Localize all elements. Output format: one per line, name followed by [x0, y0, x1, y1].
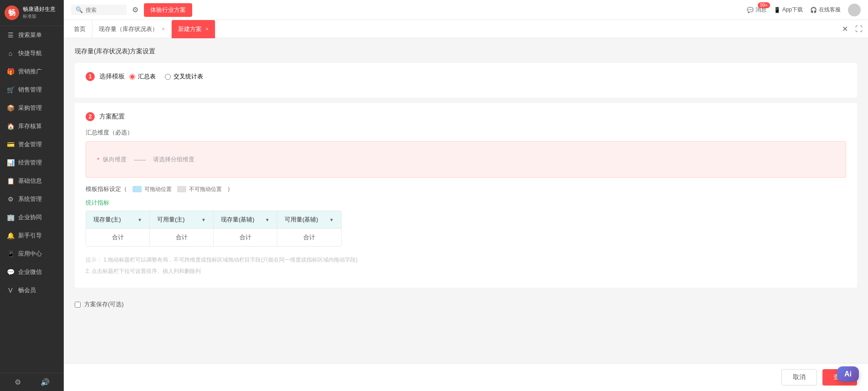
summary-dim-label: 汇总维度（必选） — [86, 129, 846, 137]
expand-tab-button[interactable]: ⛶ — [853, 23, 864, 35]
tip1: 提示： 1.拖动标题栏可以调整布局，不可跨维度或指标区域拖动栏目字段(只能在同一… — [86, 256, 846, 264]
sidebar-item-basic-info[interactable]: 📋 基础信息 — [0, 172, 64, 190]
sales-mgmt-label: 销售管理 — [18, 86, 42, 94]
basic-info-label: 基础信息 — [18, 177, 42, 185]
stats-table-body: 合计合计合计合计 — [86, 228, 341, 246]
header-right: 💬 消息 99+ 📱 App下载 🎧 在线客服 — [747, 4, 861, 16]
new-guide-label: 新手引导 — [18, 232, 42, 240]
radio-crosstab[interactable]: 交叉统计表 — [165, 72, 203, 81]
operations-icon: 📊 — [6, 159, 15, 167]
system-mgmt-icon: ⚙ — [6, 195, 15, 203]
table-row: 合计合计合计合计 — [86, 228, 341, 246]
step1-badge: 1 — [86, 72, 95, 81]
header-col-1[interactable]: 可用量(主)▼ — [150, 211, 214, 228]
stats-table-header: 现存量(主)▼可用量(主)▼现存量(基辅)▼可用量(基辅)▼ — [86, 211, 341, 228]
step2-section: 2 方案配置 汇总维度（必选） * 纵向维度 —— 请选择分组维度 模板指标设定… — [75, 103, 857, 288]
header-col-3[interactable]: 可用量(基辅)▼ — [277, 211, 341, 228]
radio-summary[interactable]: 汇总表 — [129, 72, 156, 81]
save-checkbox[interactable] — [75, 302, 81, 308]
tip-label: 提示： — [86, 257, 102, 263]
sidebar-item-purchase-mgmt[interactable]: 📦 采购管理 — [0, 99, 64, 117]
legend-not-draggable: 不可拖动位置 — [177, 185, 222, 193]
logo-text-block: 畅康通好生意 标准版 — [23, 6, 56, 20]
tabs-bar: 首页 现存量（库存状况表） × 新建方案 × ✕ ⛶ — [64, 20, 868, 38]
app-download-icon: 📱 — [774, 7, 781, 13]
sidebar-item-member[interactable]: V 畅会员 — [0, 281, 64, 299]
ai-float-button[interactable]: Ai — [837, 366, 859, 382]
sidebar-item-sales-mgmt[interactable]: 🛒 销售管理 — [0, 81, 64, 99]
sidebar-item-finance[interactable]: 💳 资金管理 — [0, 135, 64, 154]
tip1-text: 1.拖动标题栏可以调整布局，不可跨维度或指标区域拖动栏目字段(只能在同一维度或指… — [103, 257, 357, 263]
sidebar-item-new-guide[interactable]: 🔔 新手引导 — [0, 226, 64, 245]
step2-header: 2 方案配置 — [86, 112, 846, 121]
inventory-label: 库存核算 — [18, 122, 42, 130]
sidebar-nav: ☰ 搜索菜单 ⌂ 快捷导航 🎁 营销推广 🛒 销售管理 📦 采购管理 🏠 库存核… — [0, 26, 64, 373]
sidebar-item-system-mgmt[interactable]: ⚙ 系统管理 — [0, 190, 64, 208]
wechat-icon: 💬 — [6, 268, 15, 276]
close-tab-button[interactable]: ✕ — [840, 23, 850, 35]
sidebar-item-quick-nav[interactable]: ⌂ 快捷导航 — [0, 44, 64, 62]
sidebar-bottom: ⚙ 🔊 — [0, 373, 64, 391]
search-input[interactable] — [86, 7, 122, 13]
radio-crosstab-input[interactable] — [165, 74, 171, 80]
finance-label: 资金管理 — [18, 140, 42, 149]
cancel-button[interactable]: 取消 — [781, 369, 817, 386]
header-col-0[interactable]: 现存量(主)▼ — [86, 211, 150, 228]
sidebar-item-search-menu[interactable]: ☰ 搜索菜单 — [0, 26, 64, 44]
header-col-2[interactable]: 现存量(基辅)▼ — [214, 211, 277, 228]
template-radio-group: 汇总表 交叉统计表 — [129, 72, 203, 81]
indicator-label-text: 模板指标设定（ — [86, 185, 127, 193]
step2-title: 方案配置 — [99, 113, 125, 121]
online-service-item[interactable]: 🎧 在线客服 — [810, 6, 841, 14]
tab-inventory-close[interactable]: × — [162, 26, 165, 32]
settings-bottom-icon[interactable]: ⚙ — [15, 378, 21, 386]
header-settings-icon[interactable]: ⚙ — [132, 5, 138, 14]
body-cell-0: 合计 — [86, 229, 150, 246]
radio-summary-input[interactable] — [129, 74, 135, 80]
messages-item[interactable]: 💬 消息 99+ — [747, 6, 766, 14]
headset-icon: 🎧 — [810, 7, 817, 13]
sidebar-item-wechat[interactable]: 💬 企业微信 — [0, 263, 64, 281]
basic-info-icon: 📋 — [6, 177, 15, 185]
tip2: 2. 点击标题栏下拉可设置排序、插入列和删除列 — [86, 267, 846, 276]
stats-table: 现存量(主)▼可用量(主)▼现存量(基辅)▼可用量(基辅)▼ 合计合计合计合计 — [86, 211, 342, 247]
tab-new-plan[interactable]: 新建方案 × — [172, 20, 215, 38]
tab-home[interactable]: 首页 — [67, 20, 92, 38]
col-label-2: 现存量(基辅) — [221, 216, 255, 224]
sidebar-item-enterprise[interactable]: 🏢 企业协同 — [0, 208, 64, 226]
sidebar-item-app-center[interactable]: 📱 应用中心 — [0, 245, 64, 263]
finance-icon: 💳 — [6, 140, 15, 149]
dim-dash: —— — [134, 156, 146, 163]
tab-new-plan-close[interactable]: × — [205, 26, 209, 32]
body-cell-1: 合计 — [150, 229, 214, 246]
save-option-label: 方案保存(可选) — [84, 300, 124, 309]
quick-nav-label: 快捷导航 — [18, 49, 42, 57]
indicator-label: 模板指标设定（ 可拖动位置 不可拖动位置 ） — [86, 185, 846, 193]
sidebar-item-inventory[interactable]: 🏠 库存核算 — [0, 117, 64, 135]
dimension-area[interactable]: * 纵向维度 —— 请选择分组维度 — [86, 141, 846, 178]
step1-section: 1 选择模板 汇总表 交叉统计表 — [75, 63, 857, 98]
col-label-1: 可用量(主) — [157, 216, 185, 224]
enterprise-icon: 🏢 — [6, 213, 15, 221]
tab-inventory-label: 现存量（库存状况表） — [99, 25, 158, 33]
search-icon: 🔍 — [76, 6, 83, 13]
tab-inventory-status[interactable]: 现存量（库存状况表） × — [92, 20, 172, 38]
logo-icon: 畅 — [5, 5, 19, 20]
user-avatar[interactable] — [848, 4, 861, 16]
enterprise-label: 企业协同 — [18, 213, 42, 221]
sound-bottom-icon[interactable]: 🔊 — [41, 378, 50, 386]
top-header: 🔍 ⚙ 体验行业方案 💬 消息 99+ 📱 App下载 🎧 在线客服 — [64, 0, 868, 20]
app-download-item[interactable]: 📱 App下载 — [774, 6, 803, 14]
header-left: 🔍 ⚙ 体验行业方案 — [71, 3, 192, 17]
indicator-settings: 模板指标设定（ 可拖动位置 不可拖动位置 ） 统计指标 现存量(主)▼可用量( — [86, 185, 846, 276]
trial-button[interactable]: 体验行业方案 — [144, 3, 192, 17]
sidebar-item-marketing[interactable]: 🎁 营销推广 — [0, 62, 64, 81]
tips-section: 提示： 1.拖动标题栏可以调整布局，不可跨维度或指标区域拖动栏目字段(只能在同一… — [86, 256, 846, 276]
legend-draggable-label: 可拖动位置 — [144, 185, 172, 193]
search-box[interactable]: 🔍 — [71, 5, 127, 15]
indicator-close: ） — [227, 185, 233, 193]
member-icon: V — [6, 286, 15, 294]
app-center-icon: 📱 — [6, 250, 15, 258]
sidebar-item-operations[interactable]: 📊 经营管理 — [0, 154, 64, 172]
new-guide-icon: 🔔 — [6, 232, 15, 240]
